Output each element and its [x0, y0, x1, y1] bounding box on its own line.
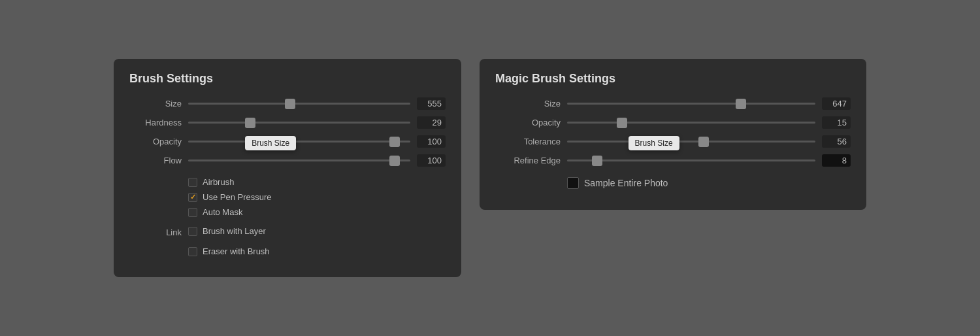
brush-with-layer-checkbox[interactable] — [188, 227, 197, 236]
brush-panel-title: Brush Settings — [129, 72, 446, 86]
auto-mask-row: Auto Mask — [129, 207, 446, 217]
magic-size-track — [567, 103, 815, 105]
tolerance-track — [567, 141, 815, 143]
magic-brush-size-tooltip: Brush Size — [629, 136, 679, 150]
panels-container: Brush Settings Size 555 Hardness Brush S… — [101, 46, 879, 290]
opacity-track — [188, 141, 410, 143]
airbrush-row: Airbrush — [129, 177, 446, 187]
airbrush-label: Airbrush — [203, 177, 234, 187]
refine-edge-track — [567, 160, 815, 161]
hardness-slider-row: Hardness Brush Size 29 — [129, 116, 446, 129]
size-value[interactable]: 555 — [417, 97, 446, 110]
hardness-label: Hardness — [129, 118, 182, 127]
sample-entire-photo-checkbox[interactable] — [567, 177, 579, 189]
flow-value[interactable]: 100 — [417, 154, 446, 167]
magic-brush-panel: Magic Brush Settings Size 647 Opacity Br… — [480, 59, 866, 210]
magic-size-value[interactable]: 647 — [822, 97, 851, 110]
auto-mask-checkbox[interactable] — [188, 208, 197, 217]
magic-size-label: Size — [495, 99, 561, 109]
flow-slider-container — [188, 160, 410, 161]
magic-panel-title: Magic Brush Settings — [495, 72, 851, 86]
eraser-with-brush-checkbox[interactable] — [188, 247, 197, 256]
magic-opacity-slider-container: Brush Size — [567, 122, 815, 124]
pen-pressure-checkbox[interactable]: ✓ — [188, 193, 197, 202]
opacity-slider-container — [188, 141, 410, 143]
tolerance-thumb[interactable] — [698, 137, 709, 147]
hardness-value[interactable]: 29 — [417, 116, 446, 129]
refine-edge-value[interactable]: 8 — [822, 154, 851, 167]
tolerance-label: Tolerance — [495, 137, 561, 146]
refine-edge-slider-row: Refine Edge 8 — [495, 154, 851, 167]
tolerance-slider-container — [567, 141, 815, 143]
flow-slider-row: Flow 100 — [129, 154, 446, 167]
magic-size-thumb[interactable] — [736, 99, 746, 109]
flow-thumb[interactable] — [389, 156, 400, 166]
magic-size-slider-container — [567, 103, 815, 105]
size-slider-row: Size 555 — [129, 97, 446, 110]
airbrush-checkbox[interactable] — [188, 178, 197, 187]
magic-opacity-label: Opacity — [495, 118, 561, 127]
eraser-with-brush-row: Eraser with Brush — [188, 246, 270, 256]
opacity-value[interactable]: 100 — [417, 135, 446, 148]
brush-size-tooltip: Brush Size — [245, 136, 296, 150]
opacity-label: Opacity — [129, 137, 182, 146]
hardness-thumb[interactable] — [245, 118, 255, 128]
hardness-slider-container: Brush Size — [188, 122, 410, 124]
pen-pressure-label: Use Pen Pressure — [203, 192, 272, 202]
refine-edge-label: Refine Edge — [495, 156, 561, 165]
link-checkboxes: Brush with Layer Eraser with Brush — [182, 226, 270, 261]
size-label: Size — [129, 99, 182, 109]
tolerance-value[interactable]: 56 — [822, 135, 851, 148]
flow-track — [188, 160, 410, 161]
magic-opacity-value[interactable]: 15 — [822, 116, 851, 129]
link-section: Link Brush with Layer Eraser with Brush — [129, 226, 446, 261]
magic-opacity-thumb[interactable] — [617, 118, 627, 128]
sample-entire-photo-row: Sample Entire Photo — [495, 177, 851, 189]
size-slider-container — [188, 103, 410, 105]
brush-settings-panel: Brush Settings Size 555 Hardness Brush S… — [114, 59, 461, 277]
brush-with-layer-row: Brush with Layer — [188, 226, 270, 236]
auto-mask-label: Auto Mask — [203, 207, 242, 217]
size-track — [188, 103, 410, 105]
refine-edge-slider-container — [567, 160, 815, 161]
size-thumb[interactable] — [285, 99, 295, 109]
hardness-track: Brush Size — [188, 122, 410, 124]
eraser-with-brush-label: Eraser with Brush — [203, 246, 270, 256]
brush-with-layer-label: Brush with Layer — [203, 226, 266, 236]
link-label: Link — [129, 226, 182, 237]
refine-edge-thumb[interactable] — [592, 156, 602, 166]
sample-entire-photo-label: Sample Entire Photo — [584, 178, 668, 188]
opacity-thumb[interactable] — [389, 137, 400, 147]
magic-opacity-track: Brush Size — [567, 122, 815, 124]
magic-opacity-slider-row: Opacity Brush Size 15 — [495, 116, 851, 129]
magic-size-slider-row: Size 647 — [495, 97, 851, 110]
flow-label: Flow — [129, 156, 182, 165]
pen-pressure-row: ✓ Use Pen Pressure — [129, 192, 446, 202]
